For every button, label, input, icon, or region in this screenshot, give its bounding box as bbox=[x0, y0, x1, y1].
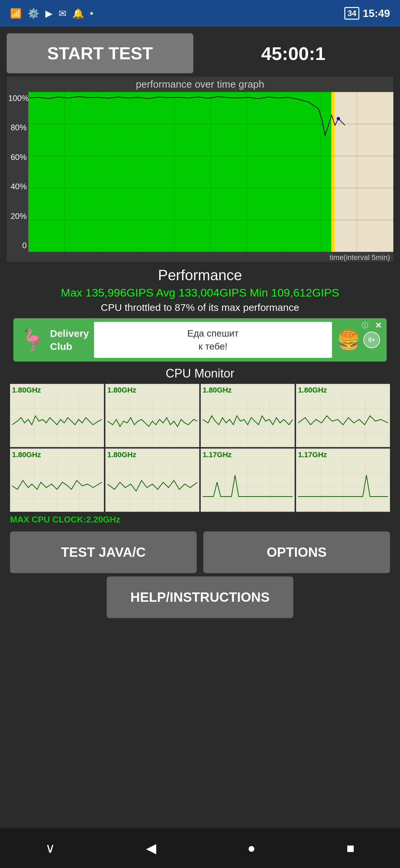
cpu-graph-svg-4 bbox=[12, 461, 102, 511]
max-cpu-clock-label: MAX CPU CLOCK:2.20GHz bbox=[10, 515, 390, 525]
settings-icon: ⚙️ bbox=[28, 8, 39, 19]
cpu-freq-5: 1.80GHz bbox=[107, 451, 197, 459]
ad-bird-icon: 🦩 bbox=[20, 328, 45, 352]
ad-age-label: 0+ bbox=[363, 332, 380, 348]
nav-down-icon[interactable]: ∨ bbox=[45, 840, 55, 856]
graph-title: performance over time graph bbox=[7, 76, 393, 92]
start-test-button[interactable]: START TEST bbox=[7, 33, 193, 73]
graph-yellow-line bbox=[331, 92, 335, 252]
cpu-graph-3 bbox=[298, 396, 388, 446]
cpu-freq-0: 1.80GHz bbox=[12, 386, 102, 395]
cpu-graph-svg-1 bbox=[107, 396, 197, 446]
ad-brand-text: DeliveryClub bbox=[50, 327, 89, 353]
cpu-cell-1: 1.80GHz bbox=[105, 384, 199, 447]
dot-icon: • bbox=[90, 8, 93, 19]
cpu-graph-svg-0 bbox=[12, 396, 102, 446]
y-label-80: 80% bbox=[8, 123, 27, 132]
cpu-graph-7 bbox=[298, 461, 388, 511]
cpu-cell-6: 1.17GHz bbox=[201, 448, 295, 512]
cpu-graph-1 bbox=[107, 396, 197, 446]
cpu-grid: 1.80GHz 1.80GHz bbox=[10, 384, 390, 512]
y-label-0: 0 bbox=[8, 241, 27, 250]
performance-stats: Max 135,996GIPS Avg 133,004GIPS Min 109,… bbox=[7, 286, 393, 299]
timer-display: 45:00:1 bbox=[193, 43, 393, 64]
y-label-60: 60% bbox=[8, 153, 27, 162]
cpu-freq-6: 1.17GHz bbox=[203, 451, 293, 459]
cpu-freq-7: 1.17GHz bbox=[298, 451, 388, 459]
performance-title: Performance bbox=[7, 267, 393, 284]
main-content: START TEST 45:00:1 performance over time… bbox=[0, 27, 400, 628]
status-icons-left: 📶 ⚙️ ▶ ✉ 🔔 • bbox=[10, 8, 93, 19]
performance-throttle: CPU throttled to 87% of its max performa… bbox=[7, 302, 393, 313]
mail-icon: ✉ bbox=[59, 8, 66, 19]
nav-home-icon[interactable]: ● bbox=[247, 841, 255, 856]
nav-bar: ∨ ◀ ● ■ bbox=[0, 828, 400, 868]
cpu-graph-svg-5 bbox=[107, 461, 197, 511]
ad-info-button[interactable]: ⓘ bbox=[362, 321, 368, 330]
cpu-cell-0: 1.80GHz bbox=[10, 384, 104, 447]
play-icon: ▶ bbox=[45, 8, 53, 19]
cpu-graph-0 bbox=[12, 396, 102, 446]
ad-left: 🦩 DeliveryClub bbox=[20, 327, 89, 353]
status-right: 34 15:49 bbox=[344, 7, 390, 20]
cpu-graph-4 bbox=[12, 461, 102, 511]
ad-banner[interactable]: 🦩 DeliveryClub Еда спешитк тебе! 🍔 0+ ⓘ … bbox=[13, 318, 387, 362]
notification-icon: 🔔 bbox=[72, 8, 84, 19]
wifi-icon: 📶 bbox=[10, 8, 22, 19]
bottom-buttons: TEST JAVA/C OPTIONS bbox=[10, 531, 390, 573]
graph-time-label: time(interval 5min) bbox=[7, 253, 393, 262]
battery-indicator: 34 bbox=[344, 7, 359, 20]
options-button[interactable]: OPTIONS bbox=[203, 531, 390, 573]
cpu-freq-3: 1.80GHz bbox=[298, 386, 388, 395]
cpu-graph-svg-6 bbox=[203, 461, 293, 511]
cpu-graph-svg-3 bbox=[298, 396, 388, 446]
y-label-40: 40% bbox=[8, 182, 27, 191]
top-row: START TEST 45:00:1 bbox=[7, 33, 393, 73]
cpu-cell-4: 1.80GHz bbox=[10, 448, 104, 512]
test-java-button[interactable]: TEST JAVA/C bbox=[10, 531, 197, 573]
graph-container: performance over time graph 100% 80% 60%… bbox=[7, 76, 393, 262]
cpu-graph-svg-2 bbox=[203, 396, 293, 446]
y-label-100: 100% bbox=[8, 94, 27, 103]
status-bar: 📶 ⚙️ ▶ ✉ 🔔 • 34 15:49 bbox=[0, 0, 400, 27]
cpu-cell-5: 1.80GHz bbox=[105, 448, 199, 512]
cpu-graph-6 bbox=[203, 461, 293, 511]
ad-right: 🍔 0+ bbox=[337, 329, 380, 351]
ad-close-button[interactable]: ✕ bbox=[375, 321, 382, 330]
cpu-cell-3: 1.80GHz bbox=[296, 384, 390, 447]
help-button[interactable]: HELP/INSTRUCTIONS bbox=[107, 577, 293, 618]
cpu-graph-2 bbox=[203, 396, 293, 446]
help-btn-row: HELP/INSTRUCTIONS bbox=[10, 577, 390, 618]
graph-area bbox=[28, 92, 393, 252]
nav-back-icon[interactable]: ◀ bbox=[146, 840, 156, 856]
cpu-graph-5 bbox=[107, 461, 197, 511]
cpu-freq-4: 1.80GHz bbox=[12, 451, 102, 459]
cpu-monitor-section: CPU Monitor 1.80GHz bbox=[7, 367, 393, 525]
cpu-freq-2: 1.80GHz bbox=[203, 386, 293, 395]
graph-green-fill bbox=[28, 92, 331, 252]
cpu-freq-1: 1.80GHz bbox=[107, 386, 197, 395]
performance-section: Performance Max 135,996GIPS Avg 133,004G… bbox=[7, 267, 393, 313]
graph-wrapper: 100% 80% 60% 40% 20% 0 bbox=[7, 92, 393, 252]
cpu-graph-svg-7 bbox=[298, 461, 388, 511]
ad-food-icon: 🍔 bbox=[337, 329, 360, 351]
nav-square-icon[interactable]: ■ bbox=[346, 841, 354, 856]
y-axis-labels: 100% 80% 60% 40% 20% 0 bbox=[7, 92, 28, 252]
cpu-cell-2: 1.80GHz bbox=[201, 384, 295, 447]
clock: 15:49 bbox=[363, 7, 390, 20]
ad-middle-text: Еда спешитк тебе! bbox=[94, 322, 332, 358]
y-label-20: 20% bbox=[8, 212, 27, 221]
cpu-cell-7: 1.17GHz bbox=[296, 448, 390, 512]
cpu-monitor-title: CPU Monitor bbox=[7, 367, 393, 380]
